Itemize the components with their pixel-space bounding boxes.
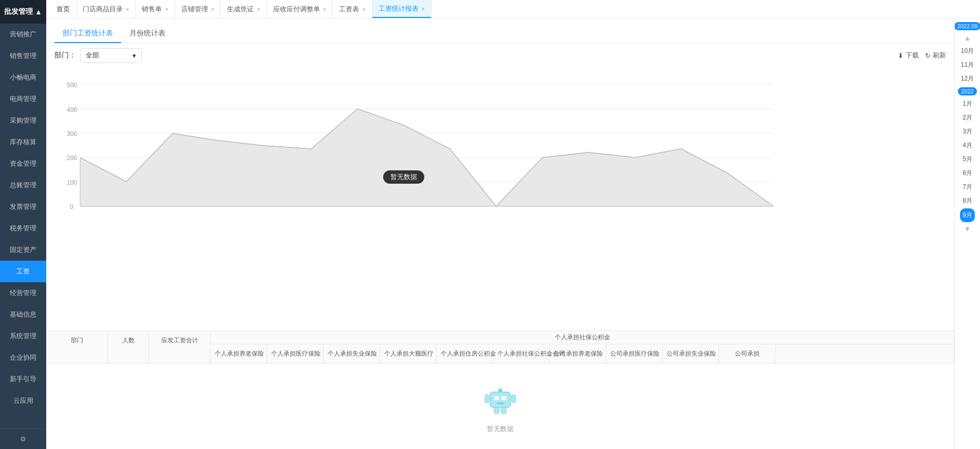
tab-应收应付调整单[interactable]: 应收应付调整单×: [267, 0, 333, 18]
tab-生成凭证[interactable]: 生成凭证×: [221, 0, 267, 18]
tab-label: 销售单: [142, 5, 162, 14]
sidebar-item-云应用[interactable]: 云应用: [0, 390, 46, 412]
tab-close-icon[interactable]: ×: [126, 6, 129, 12]
tab-label: 工资统计报表: [379, 4, 419, 13]
year-label-2022[interactable]: 2022: [958, 87, 976, 95]
month-item-4月[interactable]: 4月: [958, 139, 976, 152]
download-icon: ⬇: [898, 52, 903, 60]
chevron-down-icon: ▾: [133, 52, 136, 60]
svg-text:400: 400: [67, 106, 77, 113]
toolbar: 部门： 全部 ▾ ⬇ 下载 ↻ 刷新: [46, 43, 954, 68]
month-item-5月[interactable]: 5月: [958, 152, 976, 166]
svg-rect-19: [494, 407, 499, 414]
svg-rect-13: [494, 396, 499, 400]
sidebar-item-税务管理[interactable]: 税务管理: [0, 218, 46, 239]
sidebar-item-工资[interactable]: 工资: [0, 261, 46, 282]
current-year-badge[interactable]: 2022.09: [954, 22, 980, 30]
svg-rect-15: [497, 402, 504, 404]
month-item-6月[interactable]: 6月: [958, 166, 976, 180]
month-item-2月[interactable]: 2月: [958, 111, 976, 125]
tab-close-icon[interactable]: ×: [211, 6, 214, 12]
toolbar-left: 部门： 全部 ▾: [54, 48, 142, 63]
empty-robot-icon: [480, 379, 521, 420]
th-个人承担失业保险: 个人承担失业保险: [324, 344, 380, 363]
th-公司承担医疗保险: 公司承担医疗保险: [606, 344, 663, 363]
table-section: 部门 人数 应发工资合计 个人承担社保公积金 个人承担养老保险个人承担医疗保险个…: [46, 330, 954, 449]
month-item-10月[interactable]: 10月: [958, 44, 976, 58]
chart-area-fill: [80, 109, 774, 206]
tab-close-icon[interactable]: ×: [257, 6, 260, 12]
sidebar-item-库存核算[interactable]: 库存核算: [0, 131, 46, 153]
nav-down-arrow[interactable]: ▼: [962, 223, 973, 235]
table-header: 部门 人数 应发工资合计 个人承担社保公积金 个人承担养老保险个人承担医疗保险个…: [46, 331, 954, 364]
tab-label: 应收应付调整单: [273, 5, 320, 14]
sidebar-item-发票管理[interactable]: 发票管理: [0, 196, 46, 218]
svg-text:200: 200: [67, 154, 77, 162]
sidebar: 批发管理 ▲ 营销推广销售管理小畅电商电商管理采购管理库存核算资金管理总账管理发…: [0, 0, 46, 449]
tab-close-icon[interactable]: ×: [422, 6, 425, 12]
sidebar-item-资金管理[interactable]: 资金管理: [0, 153, 46, 174]
chart-area: 0 100 200 300 400 500: [46, 68, 954, 330]
tab-bar: 首页门店商品目录×销售单×店铺管理×生成凭证×应收应付调整单×工资表×工资统计报…: [46, 0, 980, 18]
dept-select[interactable]: 全部 ▾: [80, 48, 142, 63]
empty-state: 暂无数据: [46, 364, 954, 449]
sidebar-item-经营管理[interactable]: 经营管理: [0, 282, 46, 304]
download-button[interactable]: ⬇ 下载: [898, 51, 919, 60]
sidebar-item-营销推广[interactable]: 营销推广: [0, 24, 46, 45]
th-个人承担养老保险: 个人承担养老保险: [211, 344, 267, 363]
th-公司承担失业保险: 公司承担失业保险: [663, 344, 719, 363]
tab-close-icon[interactable]: ×: [165, 6, 168, 12]
sidebar-item-系统管理[interactable]: 系统管理: [0, 325, 46, 347]
month-item-7月[interactable]: 7月: [958, 180, 976, 194]
month-item-9月[interactable]: 9月: [960, 208, 974, 222]
refresh-button[interactable]: ↻ 刷新: [925, 51, 946, 60]
sidebar-item-基础信息[interactable]: 基础信息: [0, 304, 46, 325]
sidebar-item-总账管理[interactable]: 总账管理: [0, 174, 46, 196]
th-group-label: 个人承担社保公积金: [211, 331, 954, 344]
right-panel: 2022.09 ▲ 10月11月12月20221月2月3月4月5月6月7月8月9…: [954, 18, 980, 449]
tab-首页[interactable]: 首页: [50, 0, 77, 18]
sub-tab-部门工资统计表[interactable]: 部门工资统计表: [54, 25, 121, 43]
month-item-11月[interactable]: 11月: [958, 58, 976, 72]
empty-text: 暂无数据: [487, 424, 514, 434]
sidebar-item-小畅电商[interactable]: 小畅电商: [0, 67, 46, 88]
tab-label: 门店商品目录: [83, 5, 123, 14]
month-item-8月[interactable]: 8月: [958, 194, 976, 208]
tab-close-icon[interactable]: ×: [323, 6, 326, 12]
th-dept: 部门: [46, 331, 108, 363]
toolbar-right: ⬇ 下载 ↻ 刷新: [898, 51, 946, 60]
sidebar-item-采购管理[interactable]: 采购管理: [0, 110, 46, 131]
th-total: 应发工资合计: [149, 331, 211, 363]
svg-text:300: 300: [67, 130, 77, 138]
download-label: 下载: [906, 51, 919, 60]
sub-tab-月份统计表[interactable]: 月份统计表: [121, 25, 174, 43]
tab-label: 生成凭证: [227, 5, 254, 14]
month-item-1月[interactable]: 1月: [958, 97, 976, 111]
month-list: 10月11月12月20221月2月3月4月5月6月7月8月9月: [958, 44, 976, 223]
tab-工资统计报表[interactable]: 工资统计报表×: [372, 0, 431, 18]
nav-up-arrow[interactable]: ▲: [962, 32, 973, 44]
sidebar-item-固定资产[interactable]: 固定资产: [0, 239, 46, 261]
month-item-3月[interactable]: 3月: [958, 125, 976, 139]
svg-rect-18: [512, 395, 516, 403]
sidebar-item-新手引导[interactable]: 新手引导: [0, 368, 46, 390]
th-个人承担大额医疗: 个人承担大额医疗: [380, 344, 437, 363]
chart-svg-container: 0 100 200 300 400 500: [54, 68, 946, 211]
sidebar-item-电商管理[interactable]: 电商管理: [0, 88, 46, 110]
tab-店铺管理[interactable]: 店铺管理×: [175, 0, 221, 18]
tab-label: 店铺管理: [181, 5, 208, 14]
tab-close-icon[interactable]: ×: [362, 6, 365, 12]
tab-工资表[interactable]: 工资表×: [333, 0, 372, 18]
month-item-12月[interactable]: 12月: [958, 72, 976, 86]
sidebar-title: 批发管理: [4, 7, 33, 16]
sidebar-item-销售管理[interactable]: 销售管理: [0, 45, 46, 67]
tab-销售单[interactable]: 销售单×: [136, 0, 175, 18]
dept-label: 部门：: [54, 51, 76, 60]
sub-tab-bar: 部门工资统计表月份统计表: [46, 18, 954, 43]
sidebar-header[interactable]: 批发管理 ▲: [0, 0, 46, 24]
th-个人承担住房公积金: 个人承担住房公积金: [437, 344, 493, 363]
sidebar-settings-button[interactable]: ⚙: [0, 428, 46, 449]
svg-rect-14: [501, 396, 506, 400]
sidebar-item-企业协同[interactable]: 企业协同: [0, 347, 46, 368]
tab-门店商品目录[interactable]: 门店商品目录×: [77, 0, 136, 18]
